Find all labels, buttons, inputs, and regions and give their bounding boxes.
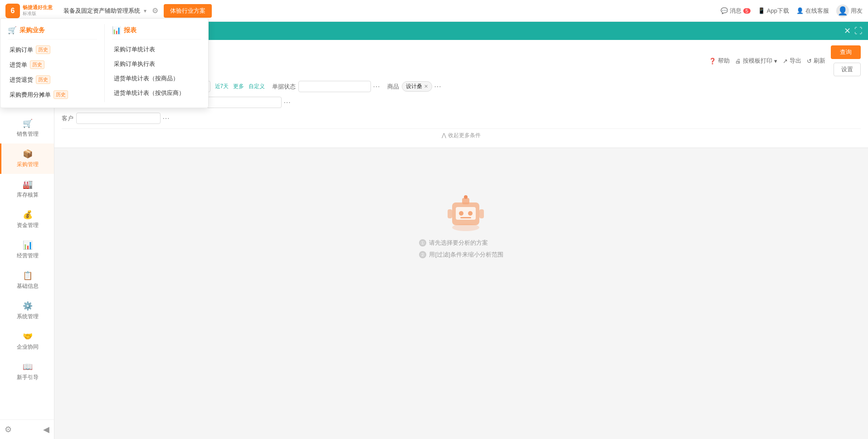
menu-item-inbound-return[interactable]: 进货退货 历史 [8, 72, 97, 87]
help-icon: ❓ [709, 58, 716, 64]
refresh-label: 刷新 [814, 57, 825, 65]
menu-item-purchase-order[interactable]: 采购订单 历史 [8, 42, 97, 57]
customer-input[interactable] [76, 113, 161, 124]
user-item[interactable]: 👤 用友 [836, 5, 863, 17]
app-download-item[interactable]: 📱 App下载 [758, 7, 789, 15]
sidebar-item-guide[interactable]: 📖 新手引导 [0, 356, 54, 387]
avatar: 👤 [836, 5, 849, 17]
purchase-icon: 📦 [23, 149, 33, 159]
inbound-label: 进货单 [10, 61, 27, 69]
sidebar-bottom: ⚙ ◀ [0, 419, 54, 439]
salesperson-input[interactable] [197, 97, 282, 108]
logo-icon: 6 [5, 4, 20, 18]
report-col: 📊 报表 采购订单统计表 采购订单执行表 进货单统计表（按商品） 进货单统计表（… [104, 24, 209, 102]
query-setting-area: 查询 设置 [831, 45, 861, 76]
goods-tag-text: 设计桑 [406, 83, 422, 90]
goods-dots[interactable]: ⋯ [434, 82, 441, 91]
header-right: 💬 消息 5 📱 App下载 👤 在线客服 👤 用友 [721, 5, 863, 17]
menu-item-purchase-order-exec[interactable]: 采购订单执行表 [112, 57, 201, 71]
inbound-stat-supplier-label: 进货单统计表（按供应商） [114, 89, 185, 97]
menu-item-inbound-stat-supplier[interactable]: 进货单统计表（按供应商） [112, 86, 201, 100]
message-icon: 💬 [721, 7, 728, 14]
svg-point-3 [459, 211, 463, 216]
sidebar-label-operations: 经营管理 [17, 252, 39, 260]
sidebar-item-finance[interactable]: 💰 资金管理 [0, 204, 54, 235]
main-layout: 🔍 搜索菜单 🏠 快捷导航 📣 营销推广 🛒 销售管理 📦 采购管理 🏭 库存核… [0, 22, 868, 439]
collapse-sidebar-icon[interactable]: ◀ [43, 424, 49, 434]
sidebar-item-enterprise[interactable]: 🤝 企业协同 [0, 326, 54, 356]
inbound-return-history-tag: 历史 [36, 75, 50, 84]
tip-text-1: 请先选择要分析的方案 [429, 239, 488, 247]
message-item[interactable]: 💬 消息 5 [721, 7, 751, 15]
svg-point-4 [468, 211, 473, 216]
sidebar-label-system: 系统管理 [17, 313, 39, 321]
app-download-label: App下载 [767, 7, 789, 15]
print-icon: 🖨 [735, 58, 741, 64]
tab-close-all-icon[interactable]: ✕ [844, 26, 851, 36]
purchase-col-title: 采购业务 [20, 26, 45, 35]
collapse-bar[interactable]: ⋀ 收起更多条件 [62, 128, 861, 142]
export-btn[interactable]: ↗ 导出 [783, 57, 801, 65]
help-btn[interactable]: ❓ 帮助 [709, 57, 730, 65]
empty-illustration [439, 184, 484, 230]
sidebar-label-guide: 新手引导 [17, 374, 39, 381]
customer-dots[interactable]: ⋯ [162, 114, 170, 123]
collapse-icon: ⋀ [442, 132, 446, 138]
user-label: 用友 [851, 7, 863, 15]
sidebar-label-basic-info: 基础信息 [17, 282, 39, 290]
doc-status-dots[interactable]: ⋯ [373, 82, 380, 91]
sidebar-label-purchase: 采购管理 [17, 161, 39, 168]
sidebar-label-inventory: 库存核算 [17, 191, 39, 199]
logo-area: 6 畅捷通好生意 标准版 [5, 4, 60, 18]
service-icon: 👤 [796, 7, 804, 14]
setting-btn[interactable]: 设置 [834, 63, 861, 76]
salesperson-dots[interactable]: ⋯ [283, 98, 291, 107]
sidebar-item-sales[interactable]: 🛒 销售管理 [0, 113, 54, 143]
report-col-header: 📊 报表 [112, 24, 201, 39]
gear-icon[interactable]: ⚙ [152, 6, 158, 15]
basic-info-icon: 📋 [23, 271, 33, 281]
online-service-item[interactable]: 👤 在线客服 [796, 7, 829, 15]
print-arrow: ▾ [774, 58, 777, 64]
svg-rect-9 [479, 209, 484, 218]
goods-tag-close[interactable]: ✕ [424, 84, 428, 89]
purchase-col: 🛒 采购业务 采购订单 历史 进货单 历史 进货退货 历史 采购费用分摊单 [0, 24, 104, 102]
svg-rect-6 [462, 198, 469, 204]
date-quick-custom[interactable]: 自定义 [249, 83, 265, 90]
industry-btn[interactable]: 体验行业方案 [164, 4, 212, 18]
date-quick-more[interactable]: 更多 [233, 83, 244, 90]
menu-item-purchase-order-stat[interactable]: 采购订单统计表 [112, 42, 201, 57]
purchase-expense-label: 采购费用分摊单 [10, 91, 51, 99]
print-btn[interactable]: 🖨 按模板打印 ▾ [735, 57, 777, 65]
tip-text-2: 用[过滤]条件来缩小分析范围 [429, 251, 503, 259]
tip-num-2: ② [419, 251, 426, 258]
sidebar-item-operations[interactable]: 📊 经营管理 [0, 235, 54, 265]
report-col-icon: 📊 [112, 26, 121, 35]
goods-label: 商品 [387, 83, 399, 91]
message-badge: 5 [743, 8, 751, 14]
sidebar-item-basic-info[interactable]: 📋 基础信息 [0, 265, 54, 296]
svg-point-7 [464, 195, 468, 199]
customer-label: 客户 [62, 114, 73, 123]
sidebar-item-system[interactable]: ⚙️ 系统管理 [0, 296, 54, 326]
sys-title-arrow[interactable]: ▾ [144, 8, 146, 14]
filter-row-3: 客户 ⋯ [62, 113, 861, 124]
tab-expand-icon[interactable]: ⛶ [854, 26, 863, 36]
purchase-col-header: 🛒 采购业务 [8, 24, 97, 39]
system-icon: ⚙️ [23, 301, 33, 311]
settings-bottom-icon[interactable]: ⚙ [5, 424, 12, 434]
doc-status-filter: 单据状态 ⋯ [272, 81, 380, 92]
doc-status-select[interactable] [298, 81, 371, 92]
refresh-btn[interactable]: ↺ 刷新 [807, 57, 825, 65]
sidebar-item-inventory[interactable]: 🏭 库存核算 [0, 174, 54, 204]
query-btn[interactable]: 查询 [831, 45, 861, 59]
doc-status-label: 单据状态 [272, 83, 296, 91]
sys-title: 装备及固定资产辅助管理系统 [63, 7, 140, 15]
menu-item-inbound-stat-goods[interactable]: 进货单统计表（按商品） [112, 71, 201, 86]
sidebar-item-purchase[interactable]: 📦 采购管理 [0, 143, 54, 174]
menu-item-inbound[interactable]: 进货单 历史 [8, 57, 97, 72]
date-quick-7days[interactable]: 近7天 [215, 83, 229, 90]
report-col-title: 报表 [124, 26, 137, 35]
inbound-stat-goods-label: 进货单统计表（按商品） [114, 74, 179, 83]
menu-item-purchase-expense[interactable]: 采购费用分摊单 历史 [8, 87, 97, 102]
